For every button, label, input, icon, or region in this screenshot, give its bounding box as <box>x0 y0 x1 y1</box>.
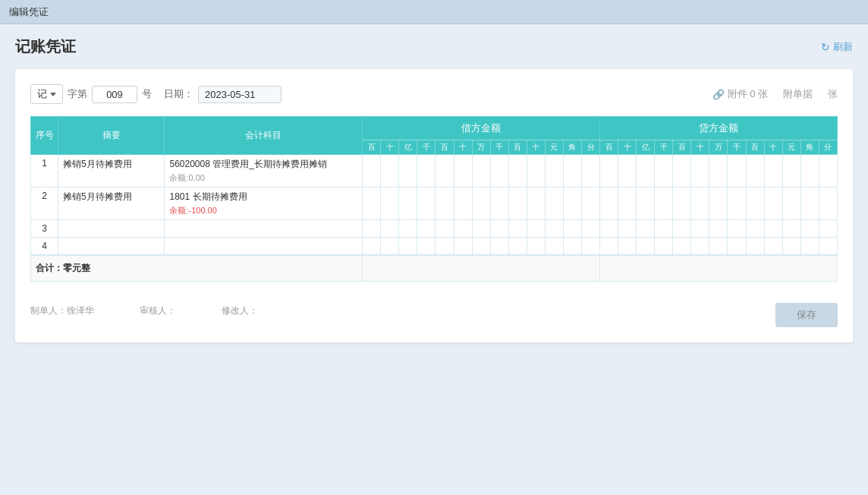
save-button[interactable]: 保存 <box>775 303 838 327</box>
row-2-credit-8[interactable] <box>746 220 764 238</box>
row-0-credit-2[interactable] <box>637 155 655 188</box>
row-account-2[interactable] <box>165 220 363 238</box>
row-0-debit-4[interactable] <box>436 155 454 188</box>
row-1-credit-5[interactable] <box>691 188 709 220</box>
row-0-debit-8[interactable] <box>508 155 527 188</box>
row-0-debit-7[interactable] <box>490 155 508 188</box>
row-0-debit-12[interactable] <box>581 155 599 188</box>
row-1-debit-8[interactable] <box>508 188 527 220</box>
row-2-debit-2[interactable] <box>399 220 417 238</box>
row-1-credit-9[interactable] <box>764 188 782 220</box>
row-3-credit-10[interactable] <box>782 238 800 256</box>
row-account-1[interactable]: 1801 长期待摊费用余额:-100.00 <box>165 188 363 220</box>
row-1-debit-12[interactable] <box>581 188 599 220</box>
row-3-debit-5[interactable] <box>454 238 472 256</box>
row-2-credit-7[interactable] <box>728 220 746 238</box>
row-seq-2[interactable]: 3 <box>31 220 58 238</box>
row-0-credit-8[interactable] <box>746 155 764 188</box>
row-0-debit-2[interactable] <box>399 155 417 188</box>
row-summary-0[interactable]: 摊销5月待摊费用 <box>58 155 165 188</box>
row-seq-0[interactable]: 1 <box>31 155 58 188</box>
row-3-credit-3[interactable] <box>655 238 673 256</box>
row-3-debit-12[interactable] <box>581 238 599 256</box>
date-input[interactable] <box>198 86 281 103</box>
row-seq-3[interactable]: 4 <box>31 238 58 256</box>
attach-single-label[interactable]: 附单据 <box>783 87 813 101</box>
row-summary-3[interactable] <box>58 238 165 256</box>
row-2-credit-3[interactable] <box>655 220 673 238</box>
row-3-credit-12[interactable] <box>819 238 837 256</box>
row-2-credit-5[interactable] <box>691 220 709 238</box>
row-1-credit-7[interactable] <box>728 188 746 220</box>
row-1-credit-12[interactable] <box>819 188 837 220</box>
row-1-debit-5[interactable] <box>454 188 472 220</box>
row-2-debit-3[interactable] <box>417 220 436 238</box>
row-0-debit-0[interactable] <box>363 155 381 188</box>
row-3-debit-6[interactable] <box>472 238 490 256</box>
row-summary-1[interactable]: 摊销5月待摊费用 <box>58 188 165 220</box>
row-2-debit-4[interactable] <box>436 220 454 238</box>
row-3-credit-9[interactable] <box>764 238 782 256</box>
row-seq-1[interactable]: 2 <box>31 188 58 220</box>
row-3-credit-8[interactable] <box>746 238 764 256</box>
row-0-debit-9[interactable] <box>527 155 545 188</box>
row-1-debit-10[interactable] <box>545 188 563 220</box>
row-0-credit-0[interactable] <box>600 155 618 188</box>
row-2-credit-10[interactable] <box>782 220 800 238</box>
row-1-debit-3[interactable] <box>417 188 436 220</box>
row-3-credit-2[interactable] <box>637 238 655 256</box>
row-2-debit-5[interactable] <box>454 220 472 238</box>
voucher-number-input[interactable] <box>92 86 137 103</box>
row-2-credit-4[interactable] <box>673 220 691 238</box>
row-2-debit-7[interactable] <box>490 220 508 238</box>
row-2-debit-11[interactable] <box>563 220 581 238</box>
row-1-credit-1[interactable] <box>618 188 637 220</box>
row-3-debit-3[interactable] <box>417 238 436 256</box>
row-0-debit-5[interactable] <box>454 155 472 188</box>
row-3-debit-11[interactable] <box>563 238 581 256</box>
row-0-debit-11[interactable] <box>563 155 581 188</box>
row-2-debit-9[interactable] <box>527 220 545 238</box>
row-0-debit-1[interactable] <box>381 155 399 188</box>
row-3-credit-4[interactable] <box>673 238 691 256</box>
row-3-debit-8[interactable] <box>508 238 527 256</box>
row-1-debit-11[interactable] <box>563 188 581 220</box>
row-2-credit-9[interactable] <box>764 220 782 238</box>
voucher-type-button[interactable]: 记 <box>30 84 63 104</box>
row-3-credit-5[interactable] <box>691 238 709 256</box>
row-1-credit-8[interactable] <box>746 188 764 220</box>
row-3-debit-2[interactable] <box>399 238 417 256</box>
row-0-credit-12[interactable] <box>819 155 837 188</box>
row-2-credit-2[interactable] <box>637 220 655 238</box>
row-0-credit-11[interactable] <box>800 155 819 188</box>
row-0-credit-5[interactable] <box>691 155 709 188</box>
row-0-credit-3[interactable] <box>655 155 673 188</box>
row-3-credit-0[interactable] <box>600 238 618 256</box>
row-1-debit-0[interactable] <box>363 188 381 220</box>
row-2-debit-12[interactable] <box>581 220 599 238</box>
row-3-debit-0[interactable] <box>363 238 381 256</box>
row-account-0[interactable]: 56020008 管理费用_长期待摊费用摊销余额:0.00 <box>165 155 363 188</box>
row-0-credit-4[interactable] <box>673 155 691 188</box>
row-0-credit-1[interactable] <box>618 155 637 188</box>
row-1-debit-1[interactable] <box>381 188 399 220</box>
row-1-credit-6[interactable] <box>709 188 728 220</box>
row-3-debit-7[interactable] <box>490 238 508 256</box>
row-1-debit-6[interactable] <box>472 188 490 220</box>
row-1-credit-3[interactable] <box>655 188 673 220</box>
row-0-debit-10[interactable] <box>545 155 563 188</box>
row-1-debit-4[interactable] <box>436 188 454 220</box>
row-3-debit-10[interactable] <box>545 238 563 256</box>
row-1-debit-7[interactable] <box>490 188 508 220</box>
row-1-credit-2[interactable] <box>637 188 655 220</box>
row-2-debit-6[interactable] <box>472 220 490 238</box>
row-2-credit-1[interactable] <box>618 220 637 238</box>
row-3-debit-4[interactable] <box>436 238 454 256</box>
row-1-debit-9[interactable] <box>527 188 545 220</box>
row-3-credit-11[interactable] <box>800 238 819 256</box>
row-1-credit-4[interactable] <box>673 188 691 220</box>
row-2-credit-0[interactable] <box>600 220 618 238</box>
row-3-credit-7[interactable] <box>728 238 746 256</box>
row-3-credit-1[interactable] <box>618 238 637 256</box>
refresh-button[interactable]: ↻ 刷新 <box>821 40 853 54</box>
